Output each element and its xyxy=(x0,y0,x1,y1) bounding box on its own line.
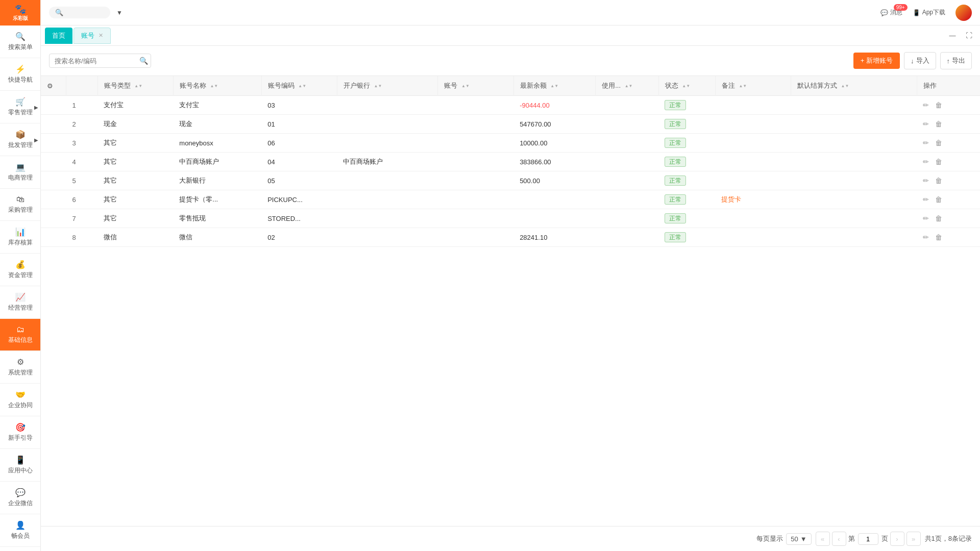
row-settlement-cell xyxy=(791,115,917,134)
delete-button[interactable]: 🗑 xyxy=(935,233,942,241)
page-suffix: 页 xyxy=(881,534,888,543)
sort-icon: ▲▼ xyxy=(739,85,747,88)
sidebar-item-member[interactable]: 👤 畅会员 xyxy=(0,514,40,547)
col-header-bank[interactable]: 开户银行 ▲▼ xyxy=(337,76,438,96)
sidebar-item-retail-mgmt[interactable]: 🛒 零售管理 ▶ xyxy=(0,91,40,123)
col-header-actions: 操作 xyxy=(917,76,980,96)
sidebar-item-search-menu[interactable]: 🔍 搜索菜单 xyxy=(0,26,40,58)
row-use-cell xyxy=(596,171,658,190)
tab-close-button[interactable]: ✕ xyxy=(99,32,103,39)
col-header-code[interactable]: 账号编码 ▲▼ xyxy=(261,76,337,96)
chevron-down-icon: ▼ xyxy=(800,535,807,543)
col-header-status[interactable]: 状态 ▲▼ xyxy=(658,76,715,96)
table-row: 3 其它 moneybosx 06 10000.00 正常 ✏ 🗑 xyxy=(41,134,980,153)
edit-button[interactable]: ✏ xyxy=(923,177,929,185)
top-header: 🔍 ▼ 💬 消息 99+ 📱 App下载 xyxy=(41,0,980,26)
total-label: 共1页，8条记录 xyxy=(925,534,972,543)
col-header-gear[interactable]: ⚙ xyxy=(41,76,66,96)
delete-button[interactable]: 🗑 xyxy=(935,139,942,147)
message-button[interactable]: 💬 消息 99+ xyxy=(880,8,902,17)
sidebar-item-app-center[interactable]: 📱 应用中心 xyxy=(0,449,40,482)
sidebar-item-inventory[interactable]: 📊 库存核算 xyxy=(0,221,40,254)
col-settlement-label: 默认结算方式 xyxy=(797,82,837,89)
sidebar-item-wholesale-mgmt[interactable]: 📦 批发管理 ▶ xyxy=(0,123,40,156)
sidebar-item-purchase-mgmt[interactable]: 🛍 采购管理 xyxy=(0,189,40,221)
sidebar-item-quick-nav[interactable]: ⚡ 快捷导航 xyxy=(0,58,40,91)
row-actions-cell: ✏ 🗑 xyxy=(917,115,980,134)
global-search-box[interactable]: 🔍 xyxy=(49,7,110,18)
sidebar-item-ecommerce-mgmt[interactable]: 💻 电商管理 xyxy=(0,156,40,189)
row-index-cell: 4 xyxy=(66,153,97,171)
page-number-input[interactable] xyxy=(858,533,878,545)
col-header-type[interactable]: 账号类型 ▲▼ xyxy=(97,76,173,96)
tab-expand-button[interactable]: ⛶ xyxy=(962,29,976,43)
sidebar-item-biz-wechat[interactable]: 💬 企业微信 xyxy=(0,482,40,514)
sidebar-item-sys-mgmt[interactable]: ⚙ 系统管理 xyxy=(0,351,40,384)
first-page-button[interactable]: « xyxy=(816,532,830,546)
quick-nav-icon: ⚡ xyxy=(15,64,26,74)
sidebar-item-new-guide[interactable]: 🎯 新手引导 xyxy=(0,416,40,449)
col-header-account[interactable]: 账号 ▲▼ xyxy=(438,76,513,96)
search-icon: 🔍 xyxy=(55,9,63,16)
col-header-note[interactable]: 备注 ▲▼ xyxy=(715,76,791,96)
dropdown-button[interactable]: ▼ xyxy=(116,9,122,16)
col-header-settlement[interactable]: 默认结算方式 ▲▼ xyxy=(791,76,917,96)
col-status-label: 状态 xyxy=(665,82,678,89)
finance-mgmt-icon: 💰 xyxy=(15,260,26,269)
row-note-cell xyxy=(715,228,791,247)
row-note-cell xyxy=(715,96,791,115)
sidebar-item-biz-collab[interactable]: 🤝 企业协同 xyxy=(0,384,40,416)
edit-button[interactable]: ✏ xyxy=(923,101,929,109)
import-button[interactable]: ↓ 导入 xyxy=(904,52,936,69)
global-search-input[interactable] xyxy=(66,9,107,16)
prev-page-button[interactable]: ‹ xyxy=(832,532,846,546)
edit-button[interactable]: ✏ xyxy=(923,158,929,166)
delete-button[interactable]: 🗑 xyxy=(935,214,942,222)
edit-button[interactable]: ✏ xyxy=(923,233,929,241)
header-left: 🔍 ▼ xyxy=(49,7,122,18)
avatar-image xyxy=(955,5,972,21)
next-page-button[interactable]: › xyxy=(890,532,904,546)
sidebar-item-basic-info[interactable]: 🗂 基础信息 xyxy=(0,319,40,351)
accounts-tab-label: 账号 xyxy=(81,31,94,40)
col-header-balance[interactable]: 最新余额 ▲▼ xyxy=(513,76,596,96)
tab-minimize-button[interactable]: — xyxy=(945,29,960,43)
add-account-button[interactable]: + 新增账号 xyxy=(853,53,900,69)
page-size-dropdown[interactable]: 50 ▼ xyxy=(786,533,811,545)
tab-bar: 首页 账号 ✕ — ⛶ xyxy=(41,26,980,46)
edit-button[interactable]: ✏ xyxy=(923,120,929,128)
sys-mgmt-icon: ⚙ xyxy=(17,357,24,367)
col-header-use[interactable]: 使用... ▲▼ xyxy=(596,76,658,96)
row-type-cell: 其它 xyxy=(97,190,173,209)
tab-home[interactable]: 首页 xyxy=(45,28,72,44)
delete-button[interactable]: 🗑 xyxy=(935,120,942,128)
edit-button[interactable]: ✏ xyxy=(923,214,929,222)
sidebar-item-ops-mgmt[interactable]: 📈 经营管理 xyxy=(0,286,40,319)
last-page-button[interactable]: » xyxy=(906,532,921,546)
main-content: 🔍 ▼ 💬 消息 99+ 📱 App下载 首页 xyxy=(41,0,980,551)
row-note-cell xyxy=(715,171,791,190)
first-page-icon: « xyxy=(821,535,824,543)
row-type-cell: 其它 xyxy=(97,209,173,228)
row-name-cell: 支付宝 xyxy=(173,96,261,115)
table-search-input[interactable] xyxy=(55,57,136,65)
gear-icon: ⚙ xyxy=(47,82,53,90)
export-button[interactable]: ↑ 导出 xyxy=(940,52,972,69)
tab-accounts[interactable]: 账号 ✕ xyxy=(74,28,111,44)
delete-button[interactable]: 🗑 xyxy=(935,158,942,166)
toolbar-left: 🔍 xyxy=(49,54,151,68)
row-bank-cell xyxy=(337,134,438,153)
delete-button[interactable]: 🗑 xyxy=(935,195,942,204)
delete-button[interactable]: 🗑 xyxy=(935,101,942,109)
sidebar-item-finance-mgmt[interactable]: 💰 资金管理 xyxy=(0,254,40,286)
edit-button[interactable]: ✏ xyxy=(923,195,929,204)
col-header-name[interactable]: 账号名称 ▲▼ xyxy=(173,76,261,96)
row-status-cell: 正常 xyxy=(658,134,715,153)
delete-button[interactable]: 🗑 xyxy=(935,177,942,185)
avatar[interactable] xyxy=(955,5,972,21)
edit-button[interactable]: ✏ xyxy=(923,139,929,147)
table-search-icon[interactable]: 🔍 xyxy=(139,57,148,65)
table-search-box[interactable]: 🔍 xyxy=(49,54,151,68)
biz-wechat-icon: 💬 xyxy=(15,488,26,497)
app-download-button[interactable]: 📱 App下载 xyxy=(913,8,945,17)
